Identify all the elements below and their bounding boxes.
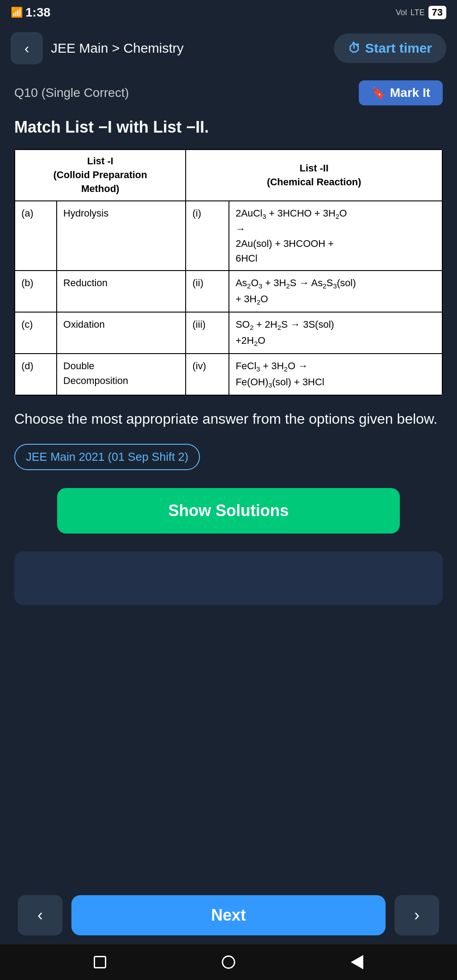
signal-icon: 📶	[11, 7, 23, 18]
android-home-button[interactable]	[217, 951, 240, 973]
row-a-label: (a)	[15, 201, 57, 271]
row-b-reaction: As2O3 + 3H2S → As2S3(sol) + 3H2O	[229, 271, 442, 312]
table-row: (b) Reduction (ii) As2O3 + 3H2S → As2S3(…	[15, 271, 442, 312]
android-nav-bar	[0, 944, 457, 980]
mark-it-button[interactable]: 🔖 Mark It	[359, 80, 443, 105]
match-table: List -I(Colloid PreparationMethod) List …	[14, 149, 443, 396]
status-left: 📶 1:38	[11, 5, 50, 20]
match-table-container: List -I(Colloid PreparationMethod) List …	[14, 149, 443, 396]
next-right-button[interactable]: ›	[395, 895, 439, 935]
row-d-reaction: FeCl3 + 3H2O → Fe(OH)3(sol) + 3HCl	[229, 354, 442, 395]
status-bar: 📶 1:38 Vol LTE 73	[0, 0, 457, 23]
row-c-label: (c)	[15, 312, 57, 354]
options-area	[14, 551, 443, 605]
row-a-reaction: 2AuCl3 + 3HCHO + 3H2O → 2Au(sol) + 3HCOO…	[229, 201, 442, 271]
sub-text: Choose the most appropriate answer from …	[14, 408, 443, 430]
table-row: (c) Oxidation (iii) SO2 + 2H2S → 3S(sol)…	[15, 312, 442, 354]
start-timer-button[interactable]: ⏱ Start timer	[334, 33, 446, 63]
header-title: JEE Main > Chemistry	[51, 41, 326, 56]
row-d-text: DoubleDecomposition	[57, 354, 186, 395]
table-row: (a) Hydrolysis (i) 2AuCl3 + 3HCHO + 3H2O…	[15, 201, 442, 271]
android-back-button[interactable]	[346, 951, 368, 973]
prev-icon: ‹	[37, 906, 43, 925]
square-icon	[94, 956, 106, 968]
question-header: Q10 (Single Correct) 🔖 Mark It	[14, 80, 443, 105]
row-c-num: (iii)	[186, 312, 229, 354]
previous-button[interactable]: ‹	[18, 895, 62, 935]
row-c-text: Oxidation	[57, 312, 186, 354]
row-b-text: Reduction	[57, 271, 186, 312]
circle-icon	[222, 955, 235, 969]
table-header-list1: List -I(Colloid PreparationMethod)	[15, 150, 186, 200]
next-button[interactable]: Next	[71, 895, 386, 935]
vol-label: Vol	[396, 8, 407, 17]
row-c-reaction: SO2 + 2H2S → 3S(sol) +2H2O	[229, 312, 442, 354]
row-a-num: (i)	[186, 201, 229, 271]
source-tag: JEE Main 2021 (01 Sep Shift 2)	[14, 444, 200, 470]
row-d-num: (iv)	[186, 354, 229, 395]
bottom-navigation: ‹ Next ›	[0, 886, 457, 944]
row-b-label: (b)	[15, 271, 57, 312]
question-label: Q10 (Single Correct)	[14, 86, 129, 100]
table-row: (d) DoubleDecomposition (iv) FeCl3 + 3H2…	[15, 354, 442, 395]
back-button[interactable]: ‹	[11, 32, 43, 64]
status-time: 1:38	[25, 5, 50, 20]
header: ‹ JEE Main > Chemistry ⏱ Start timer	[0, 23, 457, 73]
timer-icon: ⏱	[348, 41, 361, 56]
triangle-icon	[351, 955, 363, 969]
bookmark-icon: 🔖	[371, 86, 386, 100]
status-right: Vol LTE 73	[396, 6, 446, 19]
row-a-text: Hydrolysis	[57, 201, 186, 271]
android-square-button[interactable]	[89, 951, 111, 973]
next-icon: ›	[414, 906, 420, 925]
row-d-label: (d)	[15, 354, 57, 395]
timer-label: Start timer	[365, 41, 432, 56]
show-solutions-button[interactable]: Show Solutions	[57, 488, 400, 534]
question-text: Match List −I with List −II.	[14, 116, 443, 138]
content-area: Q10 (Single Correct) 🔖 Mark It Match Lis…	[0, 73, 457, 719]
row-b-num: (ii)	[186, 271, 229, 312]
battery-indicator: 73	[428, 6, 446, 19]
back-icon: ‹	[25, 40, 29, 57]
lte-label: LTE	[411, 8, 425, 17]
table-header-list2: List -II(Chemical Reaction)	[186, 150, 442, 200]
mark-it-label: Mark It	[390, 86, 430, 100]
